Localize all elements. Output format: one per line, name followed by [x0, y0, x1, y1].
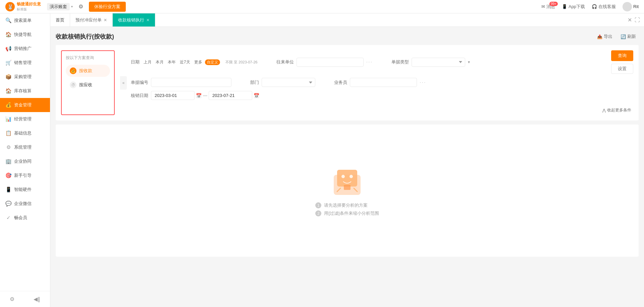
date-separator: —	[203, 93, 207, 98]
sidebar-item-marketing[interactable]: 📢 营销推广	[0, 42, 50, 56]
business-icon: 📊	[5, 116, 11, 122]
filter-option-by-receipt[interactable]: 💰 按收款	[66, 65, 110, 77]
sidebar-item-inventory[interactable]: 🏠 库存核算	[0, 84, 50, 98]
sidebar-item-business[interactable]: 📊 经营管理	[0, 112, 50, 126]
dept-label: 部门	[250, 80, 259, 86]
settings-icon[interactable]: ⚙	[76, 2, 86, 11]
doc-type-label: 单据类型	[391, 59, 409, 65]
search-icon: 🔍	[5, 17, 11, 23]
sidebar-item-member[interactable]: ✓ 畅会员	[0, 211, 50, 225]
counterpart-input[interactable]	[297, 58, 364, 67]
verify-date-input-group: 📅 — 📅	[151, 91, 259, 100]
sidebar-item-enterprise[interactable]: 🏢 企业协同	[0, 154, 50, 168]
svg-rect-1	[337, 170, 357, 187]
sales-icon: 🛒	[5, 60, 11, 66]
page-header: 收款核销执行(按收款) 📤 导出 🔄 刷新	[56, 32, 639, 41]
staff-dots-button[interactable]: ···	[420, 80, 426, 86]
sidebar-item-purchase[interactable]: 📦 采购管理	[0, 70, 50, 84]
sidebar-item-quick-nav[interactable]: 🏠 快捷导航	[0, 28, 50, 42]
sidebar-item-wechat[interactable]: 💬 企业微信	[0, 197, 50, 211]
purchase-icon: 📦	[5, 74, 11, 80]
collapse-more-button[interactable]: ⋀ 收起更多条件	[600, 105, 633, 115]
online-service-button[interactable]: 🎧 在线客服	[592, 4, 616, 10]
app-name: 畅捷通好生意	[17, 1, 41, 7]
company-selector[interactable]: 演示账套 ▾	[47, 3, 73, 10]
message-badge: 99+	[549, 2, 558, 6]
sidebar-label-quick-nav: 快捷导航	[14, 32, 32, 38]
hint-num-1: 1	[315, 202, 321, 208]
sidebar-collapse-button[interactable]: ◀‖	[32, 294, 42, 304]
collapse-more-row: ⋀ 收起更多条件	[131, 105, 633, 115]
filter-option-by-receivable[interactable]: ⏱ 按应收	[66, 79, 110, 91]
system-icon: ⚙	[5, 144, 11, 150]
sidebar-bottom: ⚙ ◀‖	[0, 291, 50, 307]
logo-icon: 🐰	[5, 2, 15, 11]
doc-no-field: 单据编号	[131, 78, 231, 87]
enterprise-icon: 🏢	[5, 158, 11, 164]
sidebar-item-hardware[interactable]: 📱 智能硬件	[0, 183, 50, 197]
verify-date-start-calendar-icon[interactable]: 📅	[196, 93, 202, 98]
tab-close-all-icon[interactable]: ✕	[628, 17, 632, 23]
date-this-year[interactable]: 本年	[166, 59, 177, 66]
tab-prepay-offset[interactable]: 预付冲应付单 ✕	[70, 13, 113, 27]
refresh-button[interactable]: 🔄 刷新	[618, 32, 639, 41]
tab-home[interactable]: 首页	[50, 13, 70, 27]
tab-receipt-offset[interactable]: 收款核销执行 ✕	[113, 13, 155, 27]
app-icon: 📱	[562, 4, 567, 9]
sidebar-settings-button[interactable]: ⚙	[8, 294, 16, 304]
staff-field: 业务员 ···	[334, 78, 426, 87]
guide-icon: 🎯	[5, 172, 11, 178]
sidebar: 🔍 搜索菜单 🏠 快捷导航 📢 营销推广 🛒 销售管理 📦 采购管理 🏠 库存核…	[0, 13, 50, 307]
sidebar-item-search-menu[interactable]: 🔍 搜索菜单	[0, 13, 50, 28]
date-more[interactable]: 更多	[193, 59, 204, 66]
sidebar-label-search-menu: 搜索菜单	[14, 17, 32, 23]
sidebar-label-guide: 新手引导	[14, 172, 32, 178]
verify-date-end-input[interactable]	[209, 91, 252, 100]
counterpart-dots-button[interactable]: ···	[366, 59, 373, 65]
industry-solution-button[interactable]: 休验行业方案	[89, 2, 126, 12]
date-no-limit-group: 不限 至 2023-07-26	[225, 59, 258, 65]
filter-collapse-button[interactable]: «	[120, 76, 127, 90]
empty-hints: 1 请先选择要分析的方案 2 用[过滤]条件来缩小分析范围	[315, 202, 379, 216]
empty-hint-2: 2 用[过滤]条件来缩小分析范围	[315, 210, 379, 216]
tab-expand-icon[interactable]: ⛶	[635, 17, 640, 23]
doc-type-field: 单据类型 ▾	[391, 58, 471, 67]
hardware-icon: 📱	[5, 187, 11, 193]
dept-select[interactable]	[262, 78, 315, 87]
app-download-button[interactable]: 📱 App下载	[562, 4, 585, 10]
user-info[interactable]: Rit	[623, 2, 639, 11]
sidebar-item-basic-info[interactable]: 📋 基础信息	[0, 126, 50, 140]
sidebar-item-guide[interactable]: 🎯 新手引导	[0, 168, 50, 183]
verify-date-end-calendar-icon[interactable]: 📅	[254, 93, 259, 98]
message-button[interactable]: ✉ 消息 99+	[541, 4, 555, 10]
sidebar-label-hardware: 智能硬件	[14, 187, 32, 193]
sidebar-item-system[interactable]: ⚙ 系统管理	[0, 140, 50, 154]
filter-row-1: 日期 上月 本月 本年 近7天 更多 自定义 不限 至	[131, 50, 633, 74]
date-no-limit: 不限	[225, 60, 233, 64]
date-this-month[interactable]: 本月	[154, 59, 165, 66]
by-receivable-icon: ⏱	[70, 82, 76, 88]
sidebar-label-marketing: 营销推广	[14, 46, 32, 52]
date-last-month[interactable]: 上月	[142, 59, 153, 66]
tab-prepay-label: 预付冲应付单	[75, 17, 102, 23]
export-button[interactable]: 📤 导出	[594, 32, 615, 41]
doc-type-select[interactable]	[412, 58, 465, 67]
query-button[interactable]: 查询	[611, 50, 633, 61]
tab-receipt-close-icon[interactable]: ✕	[146, 18, 150, 22]
sidebar-item-finance[interactable]: 💰 资金管理	[0, 98, 50, 112]
settings-button[interactable]: 设置	[611, 64, 633, 74]
tab-prepay-close-icon[interactable]: ✕	[104, 18, 107, 22]
date-custom-badge[interactable]: 自定义	[205, 59, 220, 65]
counterpart-field: 往来单位 ···	[276, 58, 373, 67]
doc-no-input[interactable]	[151, 78, 231, 87]
app-label: App下载	[569, 4, 585, 10]
hint-text-2: 用[过滤]条件来缩小分析范围	[324, 210, 379, 216]
tab-receipt-label: 收款核销执行	[118, 17, 144, 23]
sidebar-label-sales: 销售管理	[14, 60, 32, 66]
verify-date-start-input[interactable]	[151, 91, 195, 100]
date-7-days[interactable]: 近7天	[178, 59, 192, 66]
company-dropdown-icon: ▾	[71, 5, 73, 8]
user-avatar	[623, 2, 632, 11]
sidebar-item-sales[interactable]: 🛒 销售管理	[0, 56, 50, 70]
staff-input[interactable]	[350, 78, 417, 87]
